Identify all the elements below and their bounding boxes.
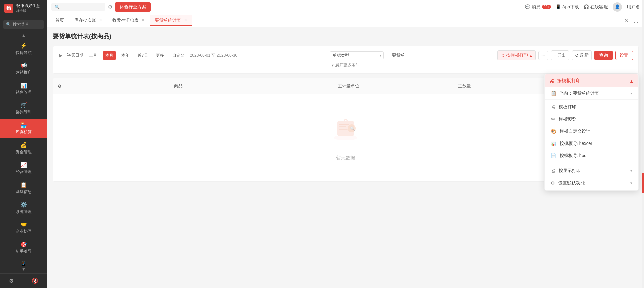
dropdown-items-section: 🖨模板打印👁模板预览🎨模板自定义设计📊按模板导出excel📄按模板导出pdf: [545, 100, 638, 163]
more-options-btn[interactable]: ···: [538, 51, 548, 60]
sales-icon: 📊: [20, 82, 27, 89]
online-service-btn[interactable]: 🎧 在线客服: [584, 4, 608, 10]
query-btn[interactable]: 查询: [594, 51, 613, 60]
print-icon: 🖨: [500, 53, 505, 58]
date-btn-current-month[interactable]: 本月: [103, 51, 116, 60]
date-btn-last-7[interactable]: 近7天: [135, 51, 151, 60]
dropdown-item-template-preview[interactable]: 👁模板预览: [545, 113, 638, 125]
sidebar-item-label: 采购管理: [16, 109, 32, 115]
sidebar-scroll-up[interactable]: ▲: [0, 32, 47, 39]
tab-inventory-batch[interactable]: 库存批次账 ✕: [69, 15, 107, 26]
sidebar-item-basic[interactable]: 📋基础信息: [0, 178, 47, 198]
download-icon: 📱: [556, 4, 561, 9]
dropdown-print-icon: 🖨: [549, 78, 554, 84]
sidebar-item-label: 企业协同: [16, 229, 32, 234]
date-btn-prev-month[interactable]: 上月: [86, 51, 100, 60]
sidebar-item-label: 基础信息: [16, 189, 32, 195]
sidebar-item-guide[interactable]: 🎯新手引导: [0, 238, 47, 258]
order-label-area: 要货单: [392, 52, 405, 58]
dropdown-header: 🖨 按模板打印 ▲: [545, 74, 638, 87]
username: 用户名: [627, 4, 640, 10]
header-gear-icon[interactable]: ⚙: [108, 4, 112, 10]
settings-icon[interactable]: ⚙: [8, 276, 15, 285]
tab-close-receipts-summary[interactable]: ✕: [142, 18, 145, 22]
expand-row: ▾ 展开更多条件: [58, 62, 633, 68]
sidebar-item-label: 营销推广: [16, 70, 32, 75]
app-logo: 畅 畅康通好生意 标准版: [0, 0, 47, 17]
print-chevron-up-icon: ▲: [529, 54, 533, 57]
display-print-label: 按显示打印: [559, 168, 581, 174]
app-download-label: App下载: [562, 4, 579, 10]
dropdown-item-template-print[interactable]: 🖨模板打印: [545, 101, 638, 113]
sidebar-item-inventory[interactable]: 🏪库存核算: [0, 119, 47, 138]
messages-btn[interactable]: 💬 消息 99+: [525, 4, 551, 10]
tab-expand-icon[interactable]: ⛶: [631, 18, 641, 24]
current-template-label: 当前：要货单统计表: [560, 90, 627, 96]
tab-order-stats[interactable]: 要货单统计表 ✕: [150, 15, 192, 26]
tab-receipts-summary[interactable]: 收发存汇总表 ✕: [108, 15, 149, 26]
type-select[interactable]: 单据类型: [330, 51, 384, 59]
template-export-excel-icon: 📊: [551, 141, 556, 146]
system-icon: ⚙️: [20, 201, 27, 208]
cooperation-icon: 🤝: [20, 221, 27, 228]
marketing-icon: 📢: [20, 62, 27, 69]
tab-close-inventory-batch[interactable]: ✕: [99, 18, 102, 22]
page-title: 要货单统计表(按商品): [53, 32, 639, 40]
online-service-label: 在线客服: [590, 4, 608, 10]
date-range-display: 2023-06-01 至 2023-06-30: [190, 53, 237, 58]
expand-more-btn[interactable]: ▾ 展开更多条件: [332, 62, 359, 68]
filter-toggle-btn[interactable]: ▶: [58, 52, 63, 59]
app-download-btn[interactable]: 📱 App下载: [556, 4, 579, 10]
dropdown-item-template-export-excel[interactable]: 📊按模板导出excel: [545, 137, 638, 150]
sidebar-item-label: 资金管理: [16, 149, 32, 155]
sidebar-item-finance[interactable]: 💰资金管理: [0, 138, 47, 158]
search-menu[interactable]: 🔍 搜索菜单: [3, 20, 44, 29]
template-preview-label: 模板预览: [559, 116, 576, 122]
sidebar-item-label: 经营管理: [16, 169, 32, 175]
inventory-icon: 🏪: [20, 122, 27, 128]
tab-close-icon[interactable]: ✕: [622, 17, 631, 24]
template-print-label: 模板打印: [559, 104, 576, 110]
search-icon: 🔍: [55, 5, 60, 9]
sidebar-item-quick-nav[interactable]: ⚡快捷导航: [0, 39, 47, 59]
settings-btn[interactable]: 设置: [615, 51, 633, 60]
sidebar-item-marketing[interactable]: 📢营销推广: [0, 59, 47, 79]
sidebar-item-operation[interactable]: 📈经营管理: [0, 158, 47, 178]
set-default-label: 设置默认功能: [558, 180, 585, 186]
empty-text: 暂无数据: [336, 155, 355, 161]
template-print-icon: 🖨: [551, 104, 555, 110]
print-template-btn[interactable]: 🖨 按模板打印 ▲: [497, 50, 536, 60]
sidebar-item-purchase[interactable]: 🛒采购管理: [0, 99, 47, 119]
dropdown-current-template[interactable]: 📋 当前：要货单统计表 ▾: [545, 87, 638, 100]
dropdown-item-template-export-pdf[interactable]: 📄按模板导出pdf: [545, 150, 638, 162]
quick-nav-icon: ⚡: [20, 42, 27, 49]
app-badge: 标准版: [16, 9, 40, 13]
th-unit: 主计量单位: [290, 81, 406, 91]
date-btn-more[interactable]: 更多: [153, 51, 167, 60]
sidebar-scroll-down[interactable]: ▼: [0, 266, 47, 273]
message-icon: 💬: [525, 4, 530, 9]
sidebar-item-app-center[interactable]: 📱应用中心: [0, 258, 47, 266]
refresh-btn[interactable]: ↺ 刷新: [572, 50, 592, 60]
th-settings[interactable]: ⚙: [53, 82, 66, 91]
right-scrollbar[interactable]: [642, 0, 644, 288]
messages-label: 消息: [532, 4, 540, 10]
sidebar-item-sales[interactable]: 📊销售管理: [0, 79, 47, 99]
dropdown-group-display-print[interactable]: 🖨按显示打印▾: [545, 165, 638, 177]
template-design-icon: 🎨: [551, 129, 556, 134]
filter-bar: ▶ 单据日期 上月 本月 本年 近7天 更多 自定义 2023-06-01 至 …: [53, 46, 639, 74]
date-btn-custom[interactable]: 自定义: [170, 51, 187, 60]
tab-close-order-stats[interactable]: ✕: [184, 18, 187, 22]
header-search[interactable]: 🔍: [51, 3, 105, 11]
sound-icon[interactable]: 🔇: [30, 276, 40, 285]
dropdown-group-set-default[interactable]: ⚙设置默认功能▾: [545, 177, 638, 189]
export-btn[interactable]: ↑ 导出: [551, 50, 569, 60]
sidebar-item-cooperation[interactable]: 🤝企业协同: [0, 218, 47, 238]
avatar[interactable]: 👤: [613, 2, 622, 12]
sidebar-item-system[interactable]: ⚙️系统管理: [0, 198, 47, 218]
tab-home[interactable]: 首页: [51, 15, 69, 26]
dropdown-item-template-design[interactable]: 🎨模板自定义设计: [545, 125, 638, 137]
date-btn-current-year[interactable]: 本年: [119, 51, 132, 60]
expand-icon: ▾: [332, 63, 334, 68]
trial-btn[interactable]: 体验行业方案: [115, 2, 151, 12]
